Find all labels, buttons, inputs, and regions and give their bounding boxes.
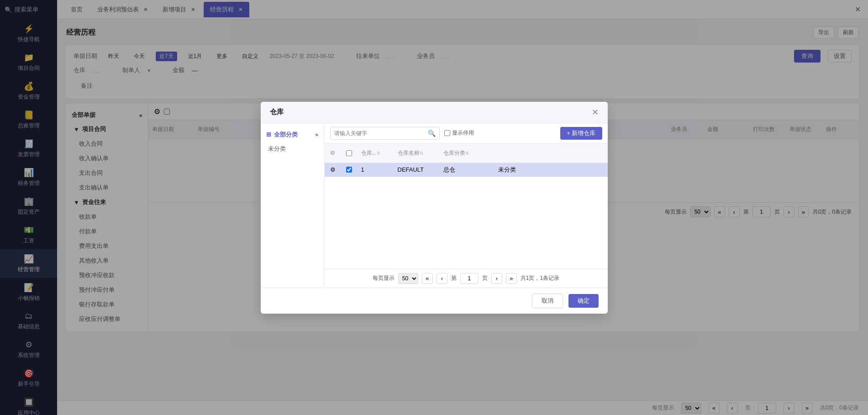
row-category-value: 未分类	[498, 166, 516, 174]
modal-total: 共1页，1条记录	[521, 274, 559, 282]
modal-first-page[interactable]: «	[422, 273, 433, 284]
row-check[interactable]	[341, 164, 358, 175]
cancel-button[interactable]: 取消	[532, 294, 563, 308]
modal-table-header: ⚙ 仓库... ⇅ 仓库名称 ⇅	[325, 144, 608, 163]
confirm-button[interactable]: 确定	[568, 294, 599, 308]
modal-search-wrap: 🔍	[330, 127, 440, 140]
col-header-gear: ⚙	[325, 147, 341, 160]
modal-table: ⚙ 仓库... ⇅ 仓库名称 ⇅	[325, 144, 608, 269]
modal-per-page-label: 每页显示	[373, 274, 395, 282]
sort-cat-icon[interactable]: ⇅	[465, 151, 469, 156]
row-gear-icon: ⚙	[330, 166, 336, 173]
row-code: DEFAULT	[394, 163, 440, 176]
modal-footer: 取消 确定	[261, 288, 608, 314]
modal-page-label: 第	[451, 274, 457, 282]
row-checkbox[interactable]	[346, 167, 352, 173]
row-gear[interactable]: ⚙	[325, 163, 341, 176]
sort-code-icon[interactable]: ⇅	[420, 151, 423, 156]
table-row[interactable]: ⚙ 1 DEFAULT 总仓	[325, 163, 608, 177]
show-disabled-text: 显示停用	[452, 129, 474, 137]
modal-next-page[interactable]: ›	[491, 273, 502, 284]
show-disabled-label[interactable]: 显示停用	[444, 129, 474, 137]
modal-overlay[interactable]: 仓库 ✕ ⊞ 全部分类 « 未分类	[0, 0, 868, 415]
row-category: 未分类	[494, 163, 608, 177]
modal-toolbar: 🔍 显示停用 + 新增仓库	[325, 123, 608, 144]
modal-last-page[interactable]: »	[506, 273, 517, 284]
modal-page-size[interactable]: 50	[398, 273, 418, 284]
modal-category-uncategorized[interactable]: 未分类	[261, 142, 324, 156]
col-header-code: 仓库名称 ⇅	[394, 147, 440, 160]
col-header-category: 仓库分类 ⇅	[440, 147, 608, 160]
grid-icon: ⊞	[266, 131, 271, 138]
modal-right-panel: 🔍 显示停用 + 新增仓库 ⚙	[325, 123, 608, 288]
modal-search-icon: 🔍	[428, 130, 436, 137]
modal-title: 仓库	[270, 108, 284, 116]
col-category-label: 仓库分类	[443, 149, 465, 157]
row-name-value: 总仓	[443, 166, 455, 174]
modal-all-category[interactable]: ⊞ 全部分类 «	[261, 128, 324, 142]
warehouse-modal: 仓库 ✕ ⊞ 全部分类 « 未分类	[261, 102, 608, 314]
gear-header-icon[interactable]: ⚙	[330, 150, 335, 156]
modal-search-input[interactable]	[334, 130, 428, 137]
modal-collapse-icon[interactable]: «	[315, 131, 318, 138]
modal-page-input[interactable]	[460, 273, 479, 284]
modal-page-label2: 页	[482, 274, 488, 282]
row-id: 1	[358, 163, 394, 176]
modal-close-icon[interactable]: ✕	[592, 107, 599, 117]
all-category-label: 全部分类	[274, 131, 298, 139]
modal-prev-page[interactable]: ‹	[437, 273, 447, 284]
modal-body: ⊞ 全部分类 « 未分类 🔍 显示停用	[261, 123, 608, 288]
modal-left-panel: ⊞ 全部分类 « 未分类	[261, 123, 325, 288]
col-header-id: 仓库... ⇅	[358, 147, 394, 160]
col-code-label: 仓库名称	[398, 149, 420, 157]
show-disabled-checkbox[interactable]	[444, 130, 450, 136]
sort-id-icon[interactable]: ⇅	[377, 151, 380, 156]
row-name: 总仓	[440, 163, 494, 177]
col-header-check	[341, 147, 358, 160]
row-code-value: DEFAULT	[398, 166, 424, 173]
uncategorized-label: 未分类	[268, 145, 286, 152]
col-id-label: 仓库...	[361, 149, 377, 157]
modal-pagination: 每页显示 50 « ‹ 第 页 › » 共1页，1条记录	[325, 269, 608, 288]
modal-header: 仓库 ✕	[261, 102, 608, 123]
add-warehouse-button[interactable]: + 新增仓库	[560, 127, 602, 140]
modal-select-all[interactable]	[346, 150, 352, 156]
row-id-value: 1	[361, 166, 364, 173]
